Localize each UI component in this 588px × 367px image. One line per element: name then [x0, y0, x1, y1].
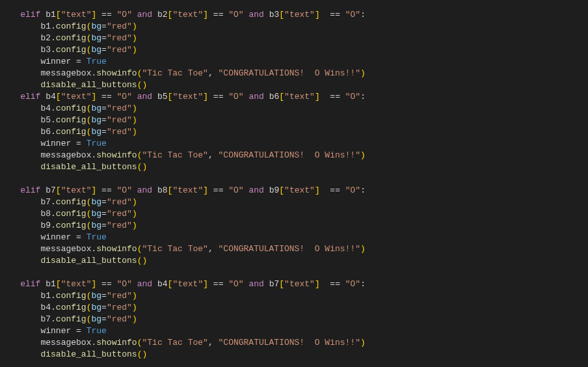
code-editor[interactable]: elif b1["text"] == "O" and b2["text"] ==…	[0, 0, 588, 360]
